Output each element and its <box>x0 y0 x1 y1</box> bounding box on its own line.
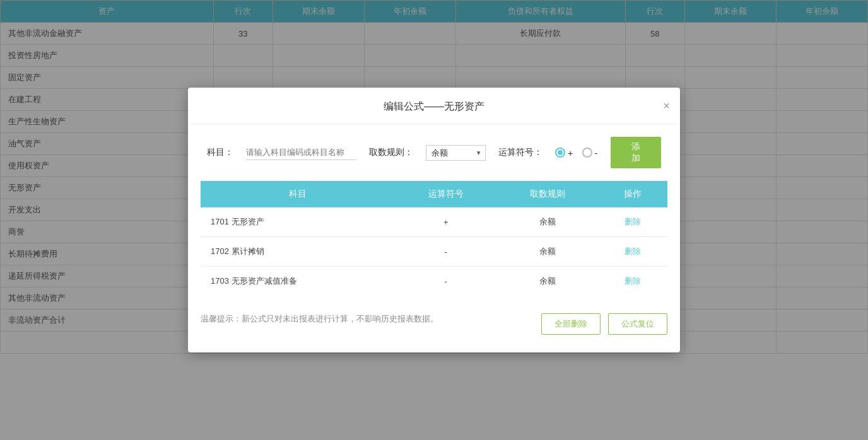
radio-minus-circle <box>582 148 592 158</box>
table-row-2: 1703 无形资产减值准备 - 余额 删除 <box>201 267 667 296</box>
data-table-wrap: 科目 运算符号 取数规则 操作 1701 无形资产 + 余额 删除 <box>201 181 667 296</box>
table-header-row: 科目 运算符号 取数规则 操作 <box>201 181 667 207</box>
row1-subject: 1702 累计摊销 <box>201 237 395 267</box>
row0-subject: 1701 无形资产 <box>201 207 395 237</box>
modal-dialog: 编辑公式——无形资产 × 科目： 取数规则： 余额借方贷方借方发生额贷方发生额 … <box>188 88 680 352</box>
row2-subject: 1703 无形资产减值准备 <box>201 267 395 296</box>
radio-plus-circle <box>555 148 565 158</box>
row1-action: 删除 <box>598 237 667 267</box>
modal-footer: 温馨提示：新公式只对未出报表进行计算，不影响历史报表数据。 全部删除 公式复位 <box>188 306 680 339</box>
radio-minus[interactable]: - <box>582 148 598 158</box>
footer-buttons: 全部删除 公式复位 <box>541 313 667 335</box>
table-row-0: 1701 无形资产 + 余额 删除 <box>201 207 667 237</box>
row1-rule: 余额 <box>496 237 598 267</box>
subject-label: 科目： <box>207 147 233 158</box>
delete-all-button[interactable]: 全部删除 <box>541 313 601 335</box>
reset-button[interactable]: 公式复位 <box>608 313 667 335</box>
row2-operator: - <box>395 267 496 296</box>
add-button[interactable]: 添加 <box>611 137 661 168</box>
row1-operator: - <box>395 237 496 267</box>
radio-plus[interactable]: + <box>555 148 573 158</box>
modal-title: 编辑公式——无形资产 <box>384 101 484 112</box>
formula-table: 科目 运算符号 取数规则 操作 1701 无形资产 + 余额 删除 <box>201 181 667 296</box>
rule-select-wrap[interactable]: 余额借方贷方借方发生额贷方发生额 <box>426 145 486 161</box>
row0-action: 删除 <box>598 207 667 237</box>
modal-overlay: 编辑公式——无形资产 × 科目： 取数规则： 余额借方贷方借方发生额贷方发生额 … <box>0 0 868 440</box>
row0-rule: 余额 <box>496 207 598 237</box>
th-rule: 取数规则 <box>496 181 598 207</box>
delete-button-0[interactable]: 删除 <box>625 216 641 228</box>
modal-close-button[interactable]: × <box>663 100 670 112</box>
row2-rule: 余额 <box>496 267 598 296</box>
row2-action: 删除 <box>598 267 667 296</box>
th-action: 操作 <box>598 181 667 207</box>
subject-input[interactable] <box>246 145 356 160</box>
rule-select[interactable]: 余额借方贷方借方发生额贷方发生额 <box>426 145 486 161</box>
operator-label: 运算符号： <box>498 147 542 158</box>
delete-button-2[interactable]: 删除 <box>625 275 641 287</box>
radio-plus-label: + <box>568 148 573 158</box>
modal-form-row: 科目： 取数规则： 余额借方贷方借方发生额贷方发生额 运算符号： + - 添加 <box>188 124 680 181</box>
operator-radio-group: + - <box>555 148 598 158</box>
th-operator: 运算符号 <box>395 181 496 207</box>
row0-operator: + <box>395 207 496 237</box>
modal-header: 编辑公式——无形资产 × <box>188 88 680 124</box>
hint-text: 温馨提示：新公式只对未出报表进行计算，不影响历史报表数据。 <box>201 313 438 325</box>
delete-button-1[interactable]: 删除 <box>625 246 641 257</box>
radio-minus-label: - <box>595 148 598 158</box>
rule-label: 取数规则： <box>369 147 413 158</box>
th-subject: 科目 <box>201 181 395 207</box>
table-row-1: 1702 累计摊销 - 余额 删除 <box>201 237 667 267</box>
